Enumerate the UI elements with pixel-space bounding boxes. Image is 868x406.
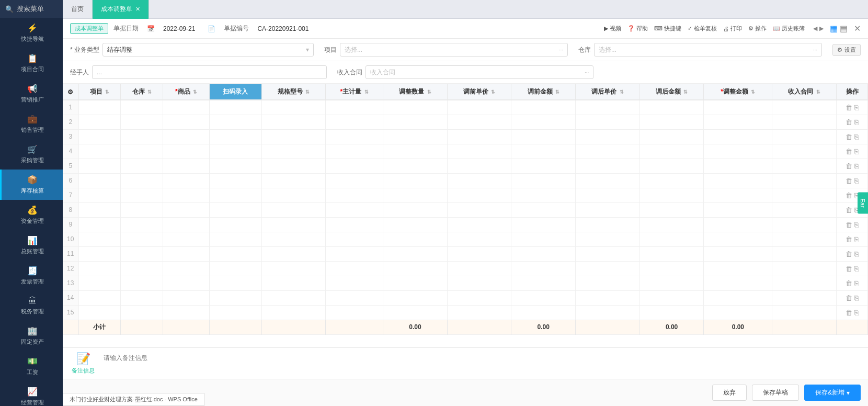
row-income-contract[interactable]: [772, 144, 837, 159]
row-before-price[interactable]: [447, 115, 511, 129]
row-after-price[interactable]: [576, 261, 640, 276]
notes-input[interactable]: [101, 352, 861, 364]
row-product[interactable]: [163, 261, 210, 276]
row-scan[interactable]: [210, 232, 261, 246]
row-before-price[interactable]: [447, 173, 511, 188]
row-before-price[interactable]: [447, 217, 511, 232]
col-spec[interactable]: 规格型号 ⇅: [261, 84, 326, 100]
row-before-price[interactable]: [447, 232, 511, 246]
row-unit[interactable]: [326, 276, 383, 290]
sidebar-item-finance[interactable]: 💰资金管理: [0, 200, 63, 230]
row-qty[interactable]: [383, 129, 448, 144]
panel-close-btn[interactable]: ✕: [854, 24, 861, 33]
col-project[interactable]: 项目 ⇅: [78, 84, 121, 100]
row-qty[interactable]: [383, 261, 448, 276]
row-delete-icon[interactable]: 🗑: [846, 162, 852, 170]
row-after-amount[interactable]: [639, 232, 704, 246]
row-warehouse[interactable]: [121, 305, 163, 320]
row-before-price[interactable]: [447, 188, 511, 202]
row-qty[interactable]: [383, 100, 448, 115]
row-before-amount[interactable]: [511, 276, 576, 290]
discard-button[interactable]: 放弃: [712, 385, 747, 401]
row-spec[interactable]: [261, 305, 326, 320]
row-after-price[interactable]: [576, 276, 640, 290]
row-unit[interactable]: [326, 290, 383, 305]
col-unit[interactable]: *主计量 ⇅: [326, 84, 383, 100]
col-product[interactable]: *商品 ⇅: [163, 84, 210, 100]
row-before-amount[interactable]: [511, 100, 576, 115]
row-after-price[interactable]: [576, 129, 640, 144]
row-qty[interactable]: [383, 305, 448, 320]
row-unit[interactable]: [326, 100, 383, 115]
row-adjust-amount[interactable]: [704, 202, 772, 217]
row-product[interactable]: [163, 276, 210, 290]
row-spec[interactable]: [261, 100, 326, 115]
row-delete-icon[interactable]: 🗑: [846, 177, 852, 185]
row-scan[interactable]: [210, 188, 261, 202]
row-spec[interactable]: [261, 188, 326, 202]
row-delete-icon[interactable]: 🗑: [846, 294, 852, 302]
row-unit[interactable]: [326, 217, 383, 232]
row-qty[interactable]: [383, 290, 448, 305]
row-adjust-amount[interactable]: [704, 129, 772, 144]
row-warehouse[interactable]: [121, 159, 163, 173]
col-scan[interactable]: 扫码录入: [210, 84, 261, 100]
row-spec[interactable]: [261, 159, 326, 173]
row-project[interactable]: [78, 188, 121, 202]
col-qty[interactable]: 调整数量 ⇅: [383, 84, 448, 100]
row-project[interactable]: [78, 100, 121, 115]
row-warehouse[interactable]: [121, 276, 163, 290]
sidebar-search[interactable]: 🔍 搜索菜单: [0, 0, 63, 18]
row-after-amount[interactable]: [639, 261, 704, 276]
row-qty[interactable]: [383, 217, 448, 232]
row-delete-icon[interactable]: 🗑: [846, 279, 852, 287]
row-copy-icon[interactable]: ⎘: [854, 309, 859, 317]
sidebar-item-quick-nav[interactable]: ⚡快捷导航: [0, 18, 63, 48]
row-product[interactable]: [163, 305, 210, 320]
row-copy-icon[interactable]: ⎘: [854, 177, 859, 185]
row-adjust-amount[interactable]: [704, 276, 772, 290]
row-before-amount[interactable]: [511, 144, 576, 159]
row-project[interactable]: [78, 305, 121, 320]
row-after-price[interactable]: [576, 305, 640, 320]
sidebar-item-sales[interactable]: 💼销售管理: [0, 109, 63, 139]
row-after-amount[interactable]: [639, 159, 704, 173]
row-warehouse[interactable]: [121, 261, 163, 276]
row-project[interactable]: [78, 144, 121, 159]
row-unit[interactable]: [326, 173, 383, 188]
tab-close-icon[interactable]: ✕: [135, 6, 140, 13]
row-qty[interactable]: [383, 276, 448, 290]
row-warehouse[interactable]: [121, 100, 163, 115]
row-delete-icon[interactable]: 🗑: [846, 250, 852, 258]
row-scan[interactable]: [210, 290, 261, 305]
row-warehouse[interactable]: [121, 129, 163, 144]
row-product[interactable]: [163, 217, 210, 232]
row-unit[interactable]: [326, 144, 383, 159]
row-adjust-amount[interactable]: [704, 261, 772, 276]
col-after-price[interactable]: 调后单价 ⇅: [576, 84, 640, 100]
col-warehouse[interactable]: 仓库 ⇅: [121, 84, 163, 100]
row-after-amount[interactable]: [639, 115, 704, 129]
row-after-amount[interactable]: [639, 129, 704, 144]
sidebar-item-tax[interactable]: 🏛税务管理: [0, 291, 63, 321]
row-spec[interactable]: [261, 202, 326, 217]
row-unit[interactable]: [326, 159, 383, 173]
sidebar-item-assets[interactable]: 🏢固定资产: [0, 321, 63, 351]
row-spec[interactable]: [261, 129, 326, 144]
row-scan[interactable]: [210, 129, 261, 144]
row-after-price[interactable]: [576, 159, 640, 173]
row-before-price[interactable]: [447, 261, 511, 276]
row-adjust-amount[interactable]: [704, 232, 772, 246]
row-before-amount[interactable]: [511, 202, 576, 217]
row-income-contract[interactable]: [772, 290, 837, 305]
row-copy-icon[interactable]: ⎘: [854, 118, 859, 126]
row-after-price[interactable]: [576, 115, 640, 129]
row-copy-icon[interactable]: ⎘: [854, 104, 859, 111]
row-scan[interactable]: [210, 246, 261, 261]
row-spec[interactable]: [261, 173, 326, 188]
row-delete-icon[interactable]: 🗑: [846, 221, 852, 229]
row-unit[interactable]: [326, 115, 383, 129]
row-income-contract[interactable]: [772, 188, 837, 202]
row-before-price[interactable]: [447, 276, 511, 290]
row-warehouse[interactable]: [121, 246, 163, 261]
